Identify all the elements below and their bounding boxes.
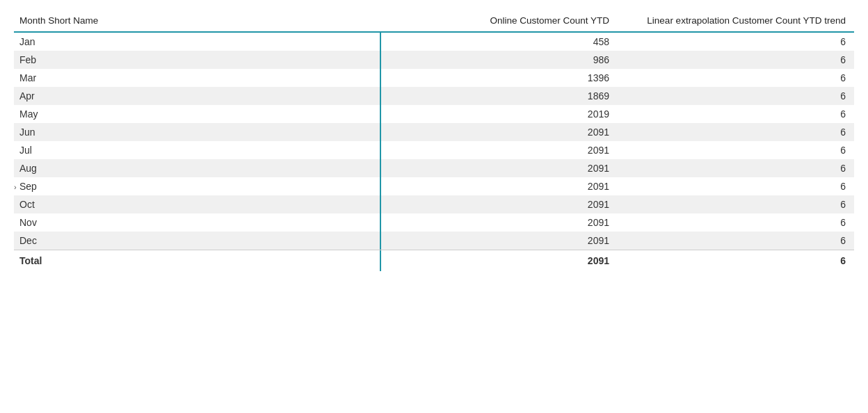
- cell-linear: 6: [618, 87, 854, 105]
- cell-linear: 6: [618, 213, 854, 232]
- cell-online: 986: [381, 51, 618, 69]
- cell-month: Mar: [14, 69, 381, 87]
- table-row: ›Sep20916: [14, 177, 854, 195]
- cell-linear: 6: [618, 177, 854, 195]
- cell-online: 2091: [381, 123, 618, 141]
- cell-linear: 6: [618, 195, 854, 213]
- cell-linear: 6: [618, 32, 854, 51]
- cell-online: 2091: [381, 141, 618, 159]
- cell-month: Feb: [14, 51, 381, 69]
- footer-linear: 6: [618, 250, 854, 272]
- table-row: May20196: [14, 105, 854, 123]
- table-row: Feb9866: [14, 51, 854, 69]
- cell-linear: 6: [618, 141, 854, 159]
- table-row: Jan4586: [14, 32, 854, 51]
- cell-online: 1869: [381, 87, 618, 105]
- cell-online: 2019: [381, 105, 618, 123]
- cell-month: ›Sep: [14, 177, 381, 195]
- cell-month: Dec: [14, 232, 381, 250]
- cell-linear: 6: [618, 105, 854, 123]
- cell-online: 2091: [381, 159, 618, 177]
- cell-month: Aug: [14, 159, 381, 177]
- table-header-row: Month Short Name Online Customer Count Y…: [14, 11, 854, 32]
- cell-online: 2091: [381, 177, 618, 195]
- table-footer-row: Total 2091 6: [14, 250, 854, 272]
- cell-month: Jan: [14, 32, 381, 51]
- cell-month: Jul: [14, 141, 381, 159]
- cell-month: Oct: [14, 195, 381, 213]
- cell-month: Nov: [14, 213, 381, 232]
- cell-month: Jun: [14, 123, 381, 141]
- cell-linear: 6: [618, 123, 854, 141]
- table-row: Apr18696: [14, 87, 854, 105]
- table-row: Jul20916: [14, 141, 854, 159]
- cell-online: 2091: [381, 232, 618, 250]
- table-row: Aug20916: [14, 159, 854, 177]
- footer-online: 2091: [381, 250, 618, 272]
- table-row: Dec20916: [14, 232, 854, 250]
- table-row: Nov20916: [14, 213, 854, 232]
- cell-linear: 6: [618, 232, 854, 250]
- header-online: Online Customer Count YTD: [381, 11, 618, 32]
- cell-online: 458: [381, 32, 618, 51]
- cell-linear: 6: [618, 69, 854, 87]
- table-row: Jun20916: [14, 123, 854, 141]
- cell-online: 2091: [381, 195, 618, 213]
- footer-month: Total: [14, 250, 381, 272]
- cell-linear: 6: [618, 159, 854, 177]
- header-month: Month Short Name: [14, 11, 381, 32]
- table-row: Oct20916: [14, 195, 854, 213]
- cell-online: 1396: [381, 69, 618, 87]
- cell-online: 2091: [381, 213, 618, 232]
- data-table-container: Month Short Name Online Customer Count Y…: [14, 11, 854, 271]
- cell-linear: 6: [618, 51, 854, 69]
- cell-month: May: [14, 105, 381, 123]
- table-row: Mar13966: [14, 69, 854, 87]
- header-linear: Linear extrapolation Customer Count YTD …: [618, 11, 854, 32]
- data-table: Month Short Name Online Customer Count Y…: [14, 11, 854, 271]
- cell-month: Apr: [14, 87, 381, 105]
